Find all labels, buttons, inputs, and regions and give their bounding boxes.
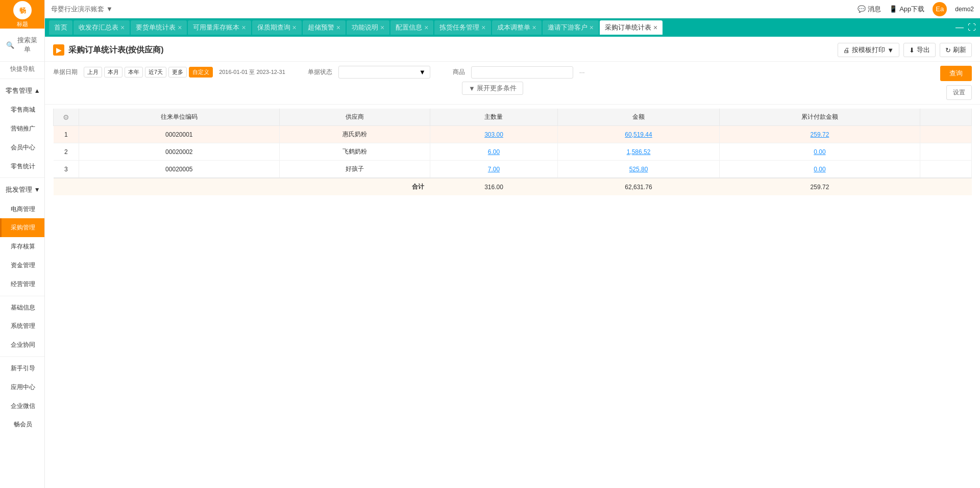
footer-label: 合计 (79, 178, 430, 195)
message-btn[interactable]: 💬 消息 (857, 5, 881, 14)
tab-close-order-stats[interactable]: × (178, 24, 182, 31)
tab-collect[interactable]: 收发存汇总表 × (74, 20, 130, 35)
refresh-button[interactable]: ↻ 刷新 (940, 43, 972, 57)
tab-close-expiry-query[interactable]: × (292, 24, 297, 31)
topbar: 母婴行业演示账套 ▼ 💬 消息 📱 App下载 Ea demo2 (45, 0, 980, 18)
tab-maximize-icon[interactable]: ⛶ (968, 23, 976, 32)
sidebar-item-finance[interactable]: 资金管理 (0, 256, 44, 275)
main-area: 母婴行业演示账套 ▼ 💬 消息 📱 App下载 Ea demo2 首页 收发存汇… (45, 0, 980, 488)
tab-close-pick-task[interactable]: × (481, 24, 485, 31)
logo-text: 标题 (17, 20, 28, 28)
goods-more-icon[interactable]: ··· (579, 68, 585, 76)
date-btn-custom[interactable]: 自定义 (189, 67, 213, 78)
toggle-filter-button[interactable]: ▶ (53, 44, 64, 56)
tab-close-config[interactable]: × (424, 24, 428, 31)
tab-close-cost-adjust[interactable]: × (532, 24, 536, 31)
date-btn-7days[interactable]: 近7天 (145, 67, 166, 78)
table-area: ⚙ 往来单位编码 供应商 主数量 金额 累计付款金额 1 00020001 惠氏… (45, 105, 980, 488)
export-button[interactable]: ⬇ 导出 (903, 43, 936, 57)
sidebar-item-retail-shop[interactable]: 零售商城 (0, 100, 44, 119)
sidebar-item-wechat[interactable]: 企业微信 (0, 397, 44, 416)
sidebar-item-wholesale[interactable]: 批发管理 ▼ (0, 180, 44, 199)
row3-qty[interactable]: 7.00 (430, 161, 558, 178)
col-supplier: 供应商 (279, 109, 430, 126)
filter-main: 单据日期 上月 本月 本年 近7天 更多 自定义 2016-01-01 至 20… (53, 66, 932, 98)
breadcrumb-dropdown-icon[interactable]: ▼ (106, 5, 113, 13)
tab-stock-account[interactable]: 可用量库存账本 × (188, 20, 251, 35)
app-download-btn[interactable]: 📱 App下载 (889, 5, 924, 14)
date-btn-more[interactable]: 更多 (168, 67, 187, 78)
page-actions: 🖨 按模板打印 ▼ ⬇ 导出 ↻ 刷新 (838, 43, 972, 57)
status-select[interactable]: ▼ (338, 66, 430, 79)
sidebar-item-retail[interactable]: 零售管理 ▲ (0, 81, 44, 100)
tab-purchase-stats[interactable]: 采购订单统计表 × (600, 20, 663, 35)
sidebar-item-system[interactable]: 系统管理 (0, 317, 44, 336)
tab-minimize-icon[interactable]: — (955, 23, 964, 32)
avatar[interactable]: Ea (933, 2, 947, 16)
divider3 (0, 296, 44, 296)
row1-extra (920, 126, 971, 143)
row1-qty[interactable]: 303.00 (430, 126, 558, 143)
row1-paid[interactable]: 259.72 (720, 126, 920, 143)
sidebar-item-marketing[interactable]: 营销推广 (0, 119, 44, 138)
username[interactable]: demo2 (955, 6, 974, 13)
tab-config[interactable]: 配置信息 × (390, 20, 433, 35)
print-button[interactable]: 🖨 按模板打印 ▼ (838, 43, 899, 57)
sidebar-item-members[interactable]: 会员中心 (0, 138, 44, 157)
tab-pick-task[interactable]: 拣货任务管理 × (434, 20, 491, 35)
sidebar-item-member-vip[interactable]: 畅会员 (0, 415, 44, 434)
tab-close-func-desc[interactable]: × (380, 24, 384, 31)
sidebar-item-basic-info[interactable]: 基础信息 (0, 298, 44, 317)
expand-conditions-button[interactable]: ▼ 展开更多条件 (462, 82, 523, 95)
date-quick-btns: 上月 本月 本年 近7天 更多 自定义 (84, 67, 213, 78)
divider2 (0, 177, 44, 178)
sidebar-item-retail-stats[interactable]: 零售统计 (0, 157, 44, 176)
row1-amount[interactable]: 60,519.44 (557, 126, 719, 143)
row2-qty[interactable]: 6.00 (430, 143, 558, 161)
col-paid: 累计付款金额 (720, 109, 920, 126)
sidebar-item-newbie[interactable]: 新手引导 (0, 359, 44, 378)
tab-overstock[interactable]: 超储预警 × (303, 20, 346, 35)
message-icon: 💬 (857, 5, 866, 13)
tab-func-desc[interactable]: 功能说明 × (347, 20, 389, 35)
tab-close-stock-account[interactable]: × (241, 24, 246, 31)
tab-expiry-query[interactable]: 保质期查询 × (252, 20, 302, 35)
tab-invite-customer[interactable]: 邀请下游客户 × (543, 20, 599, 35)
tab-close-invite-customer[interactable]: × (590, 24, 594, 31)
sidebar-item-inventory[interactable]: 库存核算 (0, 237, 44, 256)
quick-nav-label[interactable]: 快捷导航 (0, 62, 44, 76)
sidebar-item-enterprise[interactable]: 企业协同 (0, 336, 44, 354)
row1-index: 1 (54, 126, 79, 143)
sidebar-item-ecommerce[interactable]: 电商管理 (0, 200, 44, 219)
query-button[interactable]: 查询 (940, 66, 972, 81)
sidebar-search[interactable]: 🔍 搜索菜单 (0, 29, 44, 62)
tab-close-purchase-stats[interactable]: × (653, 24, 657, 31)
row3-paid[interactable]: 0.00 (720, 161, 920, 178)
row2-index: 2 (54, 143, 79, 161)
tab-cost-adjust[interactable]: 成本调整单 × (492, 20, 542, 35)
row2-supplier: 飞鹤奶粉 (279, 143, 430, 161)
table-row: 1 00020001 惠氏奶粉 303.00 60,519.44 259.72 (54, 126, 972, 143)
goods-input[interactable] (471, 66, 573, 79)
sidebar-item-app-center[interactable]: 应用中心 (0, 378, 44, 397)
settings-button[interactable]: 设置 (946, 85, 972, 100)
date-range-display: 2016-01-01 至 2023-12-31 (219, 68, 285, 76)
tab-home[interactable]: 首页 (49, 20, 72, 35)
table-footer-row: 合计 316.00 62,631.76 259.72 (54, 178, 972, 195)
divider4 (0, 356, 44, 357)
sidebar-item-purchase[interactable]: 采购管理 (0, 218, 44, 237)
col-settings[interactable]: ⚙ (54, 109, 79, 126)
date-btn-last-month[interactable]: 上月 (84, 67, 102, 78)
row3-amount[interactable]: 525.80 (557, 161, 719, 178)
row2-amount[interactable]: 1,586.52 (557, 143, 719, 161)
date-btn-this-month[interactable]: 本月 (104, 67, 122, 78)
print-dropdown-icon: ▼ (887, 46, 894, 54)
row2-paid[interactable]: 0.00 (720, 143, 920, 161)
sidebar-item-operations[interactable]: 经营管理 (0, 275, 44, 294)
search-menu-button[interactable]: 🔍 搜索菜单 (4, 34, 40, 56)
tab-close-overstock[interactable]: × (336, 24, 340, 31)
date-btn-this-year[interactable]: 本年 (125, 67, 143, 78)
tab-close-collect[interactable]: × (120, 24, 125, 31)
table-settings-icon[interactable]: ⚙ (63, 113, 69, 121)
tab-order-stats[interactable]: 要货单统计表 × (131, 20, 187, 35)
